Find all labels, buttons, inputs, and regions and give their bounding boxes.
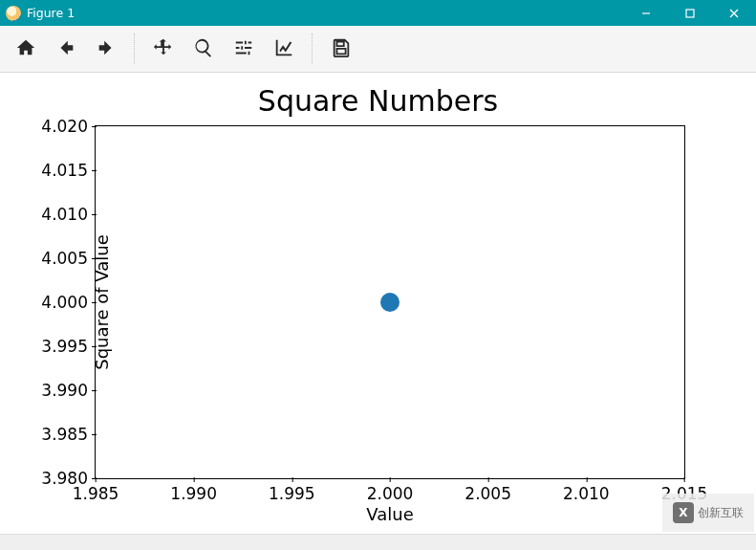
x-tick-label: 2.005 (464, 478, 511, 503)
configure-subplots-button[interactable] (226, 31, 262, 67)
y-tick-label: 4.015 (41, 161, 96, 180)
x-tick-label: 1.990 (170, 478, 217, 503)
toolbar-separator (134, 33, 136, 64)
axes-area: Square of Value Value 3.9803.9853.9903.9… (95, 125, 685, 479)
forward-button[interactable] (88, 31, 124, 67)
edit-axes-button[interactable] (266, 31, 302, 67)
watermark-badge-icon: X (673, 502, 694, 523)
home-icon (15, 37, 36, 61)
save-button[interactable] (323, 31, 359, 67)
x-axis-label: Value (366, 504, 413, 524)
zoom-icon (193, 37, 214, 61)
x-tick-label: 1.985 (73, 478, 119, 503)
window-titlebar: Figure 1 (0, 0, 756, 26)
arrow-right-icon (96, 37, 117, 61)
toolbar-separator (312, 33, 313, 64)
app-icon (6, 6, 21, 21)
sliders-icon (233, 37, 254, 61)
x-tick-label: 1.995 (269, 478, 315, 503)
pan-icon (153, 37, 174, 61)
save-icon (331, 37, 352, 61)
maximize-button[interactable] (668, 0, 712, 26)
back-button[interactable] (48, 31, 84, 67)
y-tick-label: 3.990 (41, 381, 96, 400)
watermark-text: 创新互联 (698, 505, 744, 521)
minimize-button[interactable] (624, 0, 668, 26)
y-tick-label: 4.000 (41, 293, 96, 312)
x-tick-label: 2.010 (563, 478, 610, 503)
toolbar (0, 26, 756, 73)
pan-button[interactable] (145, 31, 182, 67)
y-tick-label: 4.005 (41, 249, 96, 268)
y-tick-label: 3.995 (41, 337, 96, 356)
window-title: Figure 1 (27, 6, 75, 20)
svg-rect-1 (686, 10, 694, 17)
watermark: X 创新互联 (662, 494, 754, 532)
data-point-marker (380, 293, 400, 312)
zoom-button[interactable] (185, 31, 222, 67)
chart-title: Square Numbers (0, 84, 756, 118)
chart-line-icon (273, 37, 294, 61)
status-bar (0, 534, 756, 550)
y-axis-label: Square of Value (92, 166, 112, 302)
y-tick-label: 4.010 (41, 205, 96, 224)
close-button[interactable] (712, 0, 756, 26)
x-tick-label: 2.000 (367, 478, 414, 503)
figure-canvas[interactable]: Square Numbers Square of Value Value 3.9… (0, 73, 756, 534)
y-tick-label: 4.020 (41, 117, 96, 136)
y-tick-label: 3.985 (41, 425, 96, 444)
home-button[interactable] (8, 31, 44, 67)
arrow-left-icon (55, 37, 76, 61)
